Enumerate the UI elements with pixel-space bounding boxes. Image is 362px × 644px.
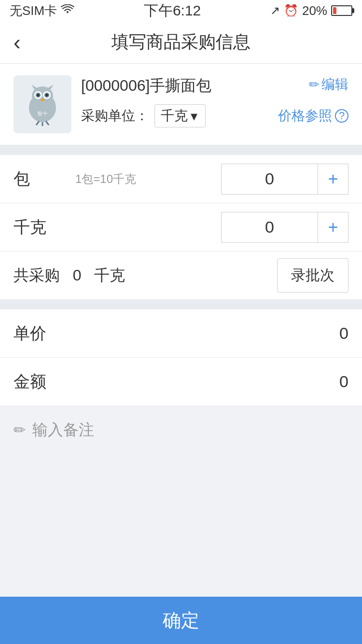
- product-image: 智十: [14, 75, 71, 133]
- status-left: 无SIM卡: [10, 2, 74, 19]
- kg-plus-button[interactable]: +: [318, 212, 348, 243]
- amount-row: 金额 0: [0, 358, 362, 406]
- total-text: 共采购 0 千克: [14, 265, 125, 286]
- total-row: 共采购 0 千克 录批次: [0, 252, 362, 300]
- kg-row: 千克 +: [0, 203, 362, 252]
- unit-price-row: 单价 0: [0, 309, 362, 358]
- note-input[interactable]: 输入备注: [32, 420, 94, 441]
- location-icon: ↗: [270, 4, 280, 17]
- wifi-icon: [61, 3, 74, 18]
- svg-marker-9: [31, 84, 38, 89]
- unit-label: 采购单位：: [81, 107, 149, 125]
- dropdown-arrow: ▾: [191, 108, 197, 124]
- bao-quantity-control: +: [221, 164, 348, 195]
- note-icon: ✏: [14, 421, 26, 438]
- kg-label: 千克: [14, 216, 71, 238]
- bao-label: 包: [14, 168, 71, 190]
- price-ref-button[interactable]: 价格参照 ?: [278, 107, 348, 125]
- bao-sublabel: 1包=10千克: [75, 171, 136, 187]
- brand-logo: 智十: [21, 83, 64, 126]
- product-info: [0000006]手撕面包 ✏ 编辑 采购单位： 千克 ▾ 价格参照 ?: [81, 75, 348, 127]
- svg-marker-10: [47, 84, 54, 89]
- svg-point-6: [37, 94, 40, 97]
- amount-label: 金额: [14, 371, 46, 393]
- battery-percent: 20%: [302, 3, 327, 18]
- edit-button[interactable]: ✏ 编辑: [309, 75, 348, 94]
- page-title: 填写商品采购信息: [111, 30, 251, 54]
- kg-input[interactable]: [221, 212, 318, 243]
- note-section: ✏ 输入备注: [0, 406, 362, 551]
- kg-quantity-control: +: [221, 212, 348, 243]
- bao-input[interactable]: [221, 164, 318, 195]
- pricing-section: 单价 0 金额 0: [0, 309, 362, 406]
- section-divider-1: [0, 145, 362, 155]
- help-icon: ?: [335, 109, 348, 123]
- status-time: 下午6:12: [144, 1, 201, 21]
- unit-price-label: 单价: [14, 322, 46, 345]
- product-card: 智十 [0000006]手撕面包 ✏ 编辑 采购单位： 千克 ▾ 价格参照 ?: [0, 64, 362, 145]
- edit-icon: ✏: [309, 77, 320, 92]
- nav-bar: ‹ 填写商品采购信息: [0, 21, 362, 64]
- product-name: [0000006]手撕面包: [81, 75, 211, 97]
- status-bar: 无SIM卡 下午6:12 ↗ ⏰ 20%: [0, 0, 362, 21]
- svg-text:智十: 智十: [37, 111, 48, 116]
- unit-price-value: 0: [339, 324, 348, 343]
- alarm-icon: ⏰: [284, 4, 298, 17]
- unit-dropdown[interactable]: 千克 ▾: [154, 104, 206, 127]
- record-batch-button[interactable]: 录批次: [277, 258, 348, 293]
- confirm-button[interactable]: 确定: [0, 597, 362, 644]
- status-right: ↗ ⏰ 20%: [270, 3, 352, 18]
- back-button[interactable]: ‹: [14, 32, 21, 53]
- network-label: 无SIM卡: [10, 2, 57, 19]
- bao-row: 包 1包=10千克 +: [0, 155, 362, 203]
- svg-point-7: [46, 94, 48, 97]
- amount-value: 0: [339, 372, 348, 391]
- battery-icon: [331, 5, 352, 16]
- quantity-section: 包 1包=10千克 + 千克 +: [0, 155, 362, 252]
- svg-line-11: [36, 121, 39, 125]
- svg-line-13: [46, 121, 49, 125]
- bao-plus-button[interactable]: +: [318, 164, 348, 195]
- section-divider-2: [0, 300, 362, 309]
